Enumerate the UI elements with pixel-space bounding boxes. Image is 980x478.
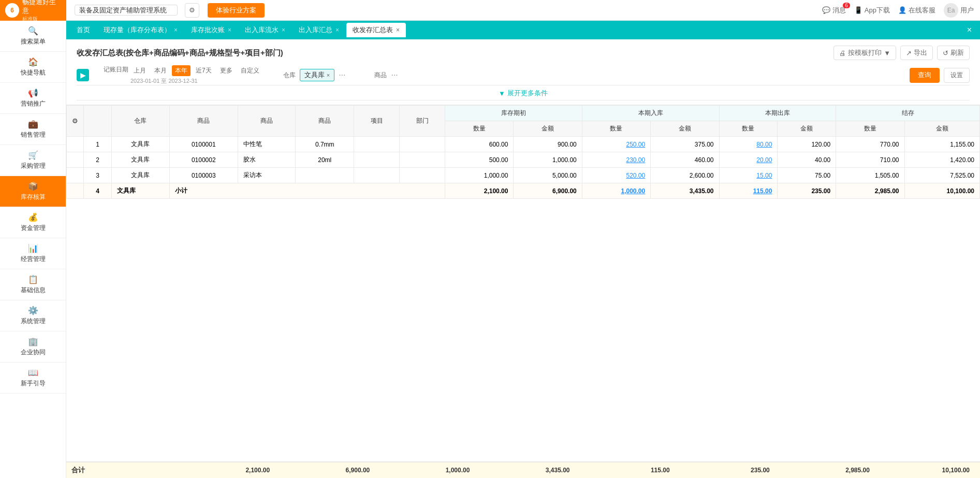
row-in-qty[interactable]: 230.00 [582,152,650,168]
sidebar-item-newuser[interactable]: 📖 新手引导 [0,363,66,394]
row-dept [400,168,445,183]
tab-batch[interactable]: 库存批次账 × [185,23,238,37]
date-btn-custom[interactable]: 自定义 [238,65,262,76]
filter-expand-button[interactable]: ▶ [77,69,89,81]
warehouse-tag[interactable]: 文具库 × [300,69,334,81]
row-opening-amt: 5,000.00 [514,168,582,183]
message-item[interactable]: 💬 消息 6 [822,6,846,15]
row-code: 0100002 [169,152,238,168]
subtotal-in-qty[interactable]: 1,000.00 [582,183,650,199]
row-name: 采访本 [238,168,295,183]
row-in-qty[interactable]: 250.00 [582,137,650,152]
row-spec: 20ml [296,152,354,168]
col-in-amt-header: 金额 [651,121,719,137]
col-code-header: 商品 [169,106,238,137]
date-btn-this-year[interactable]: 本年 [172,65,191,76]
sidebar-item-finance[interactable]: 💰 资金管理 [0,207,66,238]
total-out-qty: 115.00 [575,467,675,474]
date-btn-last-month[interactable]: 上月 [130,65,149,76]
sidebar-item-purchase[interactable]: 🛒 采购管理 [0,145,66,176]
app-download-item[interactable]: 📱 App下载 [854,6,890,15]
sidebar-item-system[interactable]: ⚙️ 系统管理 [0,300,66,331]
export-button[interactable]: ↗ 导出 [900,46,933,60]
row-no: 3 [84,168,112,183]
sidebar-item-inventory[interactable]: 📦 库存核算 [0,176,66,207]
sidebar: 🔍 搜索菜单 🏠 快捷导航 📢 营销推广 💼 销售管理 🛒 采购管理 📦 库存核… [0,21,66,478]
row-dept [400,137,445,152]
row-project [354,168,400,183]
goods-label: 商品 [374,71,387,80]
settings-icon[interactable]: ⚙ [72,117,78,125]
finance-icon: 💰 [28,212,38,222]
system-select[interactable]: 装备及固定资产辅助管理系统 [75,5,178,16]
total-label: 合计 [71,466,175,475]
sidebar-item-enterprise[interactable]: 🏢 企业协同 [0,331,66,363]
col-settings-header[interactable]: ⚙ [67,106,84,137]
online-service-item[interactable]: 👤 在线客服 [898,6,935,15]
table-row: 1 文具库 0100001 中性笔 0.7mm 600.00 900.00 25… [67,137,980,152]
sidebar-label: 销售管理 [21,131,46,139]
sidebar-label: 基础信息 [21,286,46,295]
tab-bar: 首页 现存量（库存分布表） × 库存批次账 × 出入库流水 × 出入库汇总 × … [66,21,980,39]
print-button[interactable]: 🖨 按模板打印 ▼ [833,46,896,60]
data-table: ⚙ 仓库 商品 商品 商品 项目 部门 库存期初 本期入库 本期出库 [66,105,980,199]
row-opening-amt: 900.00 [514,137,582,152]
subtotal-out-qty[interactable]: 115.00 [719,183,778,199]
goods-dots[interactable]: ··· [391,70,398,80]
row-spec: 0.7mm [296,137,354,152]
date-btn-more[interactable]: 更多 [217,65,236,76]
col-project-header: 项目 [354,106,400,137]
tab-inventory-dist[interactable]: 现存量（库存分布表） × [97,23,184,37]
settings-button[interactable]: ⚙ [185,3,199,18]
sidebar-label: 系统管理 [21,317,46,326]
set-button[interactable]: 设置 [944,68,970,83]
row-warehouse: 文具库 [112,183,169,199]
col-closing-qty-header: 数量 [836,121,904,137]
total-closing-qty: 2,985.00 [775,467,875,474]
sidebar-item-quick[interactable]: 🏠 快捷导航 [0,52,66,83]
row-opening-qty: 600.00 [445,137,514,152]
tab-inout-flow[interactable]: 出入库流水 × [239,23,291,37]
warehouse-tag-close-icon[interactable]: × [327,72,330,78]
message-icon: 💬 [822,6,830,14]
row-in-qty[interactable]: 520.00 [582,168,650,183]
expand-more-button[interactable]: ▼ 展开更多条件 [499,89,548,98]
tab-close-icon[interactable]: × [174,26,178,34]
user-item[interactable]: Ea 用户 [944,3,974,18]
date-btn-7days[interactable]: 近7天 [193,65,215,76]
footer-values: 2,100.00 6,900.00 1,000.00 3,435.00 115.… [175,467,975,474]
tab-close-icon[interactable]: × [282,26,285,34]
warehouse-label: 仓库 [283,71,296,80]
tab-close-icon[interactable]: × [228,26,231,34]
refresh-button[interactable]: ↺ 刷新 [937,46,970,60]
row-out-qty[interactable]: 80.00 [719,137,778,152]
row-out-qty[interactable]: 15.00 [719,168,778,183]
trial-button[interactable]: 体验行业方案 [208,3,265,18]
row-code: 0100003 [169,168,238,183]
col-spec-header: 商品 [296,106,354,137]
sidebar-item-search[interactable]: 🔍 搜索菜单 [0,21,66,52]
tab-close-icon[interactable]: × [396,26,400,34]
table-container: ⚙ 仓库 商品 商品 商品 项目 部门 库存期初 本期入库 本期出库 [66,105,980,461]
sidebar-item-operations[interactable]: 📊 经营管理 [0,238,66,269]
total-opening-qty: 2,100.00 [175,467,275,474]
sidebar-item-sales[interactable]: 💼 销售管理 [0,114,66,145]
sidebar-item-marketing[interactable]: 📢 营销推广 [0,83,66,114]
tab-bar-close-button[interactable]: × [963,25,976,35]
sidebar-item-basic[interactable]: 📋 基础信息 [0,269,66,300]
tab-recv-summary[interactable]: 收发存汇总表 × [346,23,406,37]
date-btn-this-month[interactable]: 本月 [151,65,170,76]
tab-home[interactable]: 首页 [70,23,96,37]
enterprise-icon: 🏢 [28,337,38,346]
row-opening-qty: 1,000.00 [445,168,514,183]
chevron-down-icon: ▼ [884,49,890,57]
tab-inout-summary[interactable]: 出入库汇总 × [292,23,345,37]
row-opening-qty: 500.00 [445,152,514,168]
row-spec [296,168,354,183]
row-no: 4 [84,183,112,199]
query-button[interactable]: 查询 [910,68,940,83]
tab-close-icon[interactable]: × [335,26,339,34]
main-layout: 🔍 搜索菜单 🏠 快捷导航 📢 营销推广 💼 销售管理 🛒 采购管理 📦 库存核… [0,21,980,478]
row-out-qty[interactable]: 20.00 [719,152,778,168]
warehouse-dots[interactable]: ··· [339,70,345,80]
